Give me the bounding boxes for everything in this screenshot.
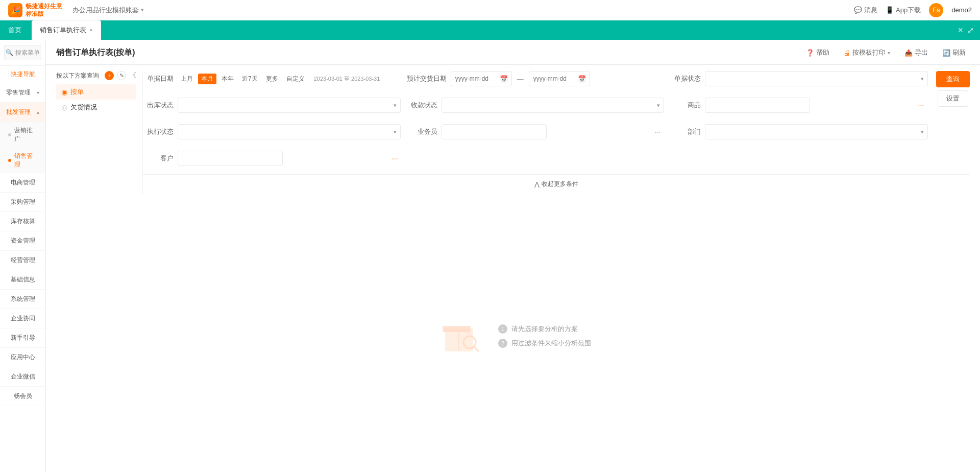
date-tabs: 上月 本月 本年 近7天 更多 自定义: [178, 74, 308, 84]
user-name[interactable]: demo2: [951, 6, 972, 14]
customer-input[interactable]: [178, 151, 283, 166]
sidebar-item-new-guide[interactable]: 新手引导: [0, 328, 45, 348]
settings-button[interactable]: 设置: [938, 90, 968, 107]
sidebar-search-area: 🔍 搜索菜单: [0, 40, 45, 66]
help-button[interactable]: ❓ 帮助: [802, 46, 834, 59]
sidebar-item-wechat[interactable]: 企业微信: [0, 367, 45, 387]
delivery-select[interactable]: [178, 98, 401, 113]
print-button[interactable]: 🖨 按模板打印 ▾: [840, 46, 894, 59]
status-select-wrapper: ▾: [705, 71, 928, 86]
date-filter: 上月 本月 本年 近7天 更多 自定义 2023-0: [178, 74, 380, 84]
main-layout: 🔍 搜索菜单 快捷导航 零售管理 ▾ 批发管理 ▴ 营销推广 销售管理 电商管理: [0, 40, 980, 472]
empty-state: 1 请先选择要分析的方案 2 用过滤条件来缩小分析范围: [46, 200, 980, 472]
page-title: 销售订单执行表(按单): [56, 48, 135, 58]
maximize-window-button[interactable]: ⤢: [967, 26, 974, 35]
expected-date-start-wrapper: 📅: [451, 71, 512, 86]
tab-close-button[interactable]: ×: [89, 27, 93, 34]
filter-row-2: 出库状态 ▾ 收款状态: [143, 98, 928, 113]
filter-area: 按以下方案查询 + ✎ 《 ◉ 按单 ◎ 欠货情况: [46, 65, 980, 200]
sidebar-subitem-sales[interactable]: 销售管理: [0, 148, 45, 173]
exec-select-wrapper: ▾: [178, 124, 401, 139]
message-button[interactable]: 💬 消息: [854, 6, 877, 15]
print-dropdown-icon: ▾: [888, 50, 890, 56]
salesman-label: 业务员: [407, 127, 437, 136]
export-button[interactable]: 📤 导出: [900, 46, 932, 59]
sidebar-item-enterprise[interactable]: 企业协同: [0, 309, 45, 328]
exec-select[interactable]: [178, 124, 401, 139]
sidebar-item-operation[interactable]: 经营管理: [0, 251, 45, 270]
wholesale-submenu: 营销推广 销售管理: [0, 122, 45, 173]
delivery-label: 出库状态: [143, 101, 174, 110]
filter-group-customer: 客户 ···: [143, 151, 402, 166]
filter-row-1: 单据日期 上月 本月 本年 近7天 更多 自定义: [143, 71, 928, 86]
user-avatar[interactable]: Ea: [929, 3, 943, 17]
scheme-item-shortage[interactable]: ◎ 欠货情况: [56, 100, 136, 115]
tab-window-actions: × ⤢: [951, 25, 980, 36]
dept-select[interactable]: [705, 124, 928, 139]
expected-date-label: 预计交货日期: [407, 74, 447, 83]
date-label: 单据日期: [143, 74, 174, 83]
collapse-scheme-button[interactable]: 《: [129, 71, 136, 80]
date-range-text: 2023-03-01 至 2023-03-31: [314, 75, 380, 83]
sidebar-item-wholesale[interactable]: 批发管理 ▴: [0, 103, 45, 122]
sidebar-item-finance[interactable]: 资金管理: [0, 231, 45, 251]
help-icon: ❓: [806, 49, 814, 57]
tip-num-1: 1: [498, 324, 507, 334]
page-actions: ❓ 帮助 🖨 按模板打印 ▾ 📤 导出 🔄 刷新: [802, 46, 970, 59]
goods-dots-icon: ···: [918, 101, 924, 109]
svg-line-4: [474, 347, 478, 351]
collapse-row: ⋀ 收起更多条件: [143, 174, 970, 194]
sidebar-item-procurement[interactable]: 采购管理: [0, 193, 45, 212]
collapse-button[interactable]: ⋀ 收起更多条件: [528, 178, 584, 191]
empty-tips: 1 请先选择要分析的方案 2 用过滤条件来缩小分析范围: [498, 324, 591, 348]
app-download-button[interactable]: 📱 App下载: [886, 6, 921, 15]
scheme-item-by-order[interactable]: ◉ 按单: [56, 84, 136, 100]
tab-sales-order[interactable]: 销售订单执行表 ×: [32, 20, 101, 40]
date-tab-last-month[interactable]: 上月: [178, 74, 196, 84]
sidebar-item-ecommerce[interactable]: 电商管理: [0, 173, 45, 193]
status-select[interactable]: [705, 71, 928, 86]
filter-group-salesman: 业务员 ···: [407, 124, 665, 139]
query-button[interactable]: 查询: [936, 71, 970, 87]
sidebar-item-member[interactable]: 畅会员: [0, 387, 45, 406]
sidebar-item-basic-info[interactable]: 基础信息: [0, 270, 45, 290]
scheme-active-icon: ◉: [61, 88, 67, 96]
edit-scheme-button[interactable]: ✎: [117, 71, 126, 80]
collapse-up-icon: ⋀: [534, 181, 540, 188]
tab-home[interactable]: 首页: [0, 20, 30, 40]
logo-area[interactable]: 🎉 畅捷通好生意 标准版: [8, 3, 62, 17]
goods-input[interactable]: [705, 98, 810, 113]
svg-rect-1: [443, 326, 471, 332]
wholesale-expand-icon: ▴: [37, 109, 39, 115]
payment-label: 收款状态: [407, 101, 437, 110]
message-icon: 💬: [854, 6, 862, 14]
sidebar-item-retail[interactable]: 零售管理 ▾: [0, 83, 45, 103]
date-tab-custom[interactable]: 自定义: [283, 74, 308, 84]
sidebar-item-inventory[interactable]: 库存核算: [0, 212, 45, 231]
dept-select-wrapper: ▾: [705, 124, 928, 139]
breadcrumb[interactable]: 办公用品行业模拟账套 ▾: [72, 6, 144, 15]
salesman-input[interactable]: [442, 124, 547, 139]
search-menu-button[interactable]: 🔍 搜索菜单: [4, 45, 41, 60]
date-tab-this-year[interactable]: 本年: [218, 74, 237, 84]
add-scheme-button[interactable]: +: [105, 71, 114, 80]
close-window-button[interactable]: ×: [958, 25, 963, 36]
filter-group-expected-date: 预计交货日期 📅 — 📅: [407, 71, 665, 86]
sidebar-item-quick-nav[interactable]: 快捷导航: [0, 66, 45, 83]
refresh-icon: 🔄: [942, 49, 950, 57]
top-header-right: 💬 消息 📱 App下载 Ea demo2: [854, 3, 972, 17]
sidebar-subitem-marketing[interactable]: 营销推广: [0, 122, 45, 148]
sidebar-item-app-center[interactable]: 应用中心: [0, 348, 45, 367]
salesman-select-wrapper: ···: [442, 124, 665, 139]
sidebar-item-system[interactable]: 系统管理: [0, 290, 45, 309]
date-tab-7days[interactable]: 近7天: [239, 74, 261, 84]
logo-icon: 🎉: [8, 3, 22, 17]
payment-select[interactable]: [442, 98, 665, 113]
calendar-end-icon: 📅: [578, 75, 586, 83]
refresh-button[interactable]: 🔄 刷新: [938, 46, 970, 59]
date-tab-more[interactable]: 更多: [263, 74, 281, 84]
date-tab-this-month[interactable]: 本月: [198, 74, 216, 84]
marketing-dot-icon: [8, 133, 11, 136]
expected-date-end-wrapper: 📅: [529, 71, 590, 86]
salesman-dots-icon: ···: [654, 128, 660, 136]
